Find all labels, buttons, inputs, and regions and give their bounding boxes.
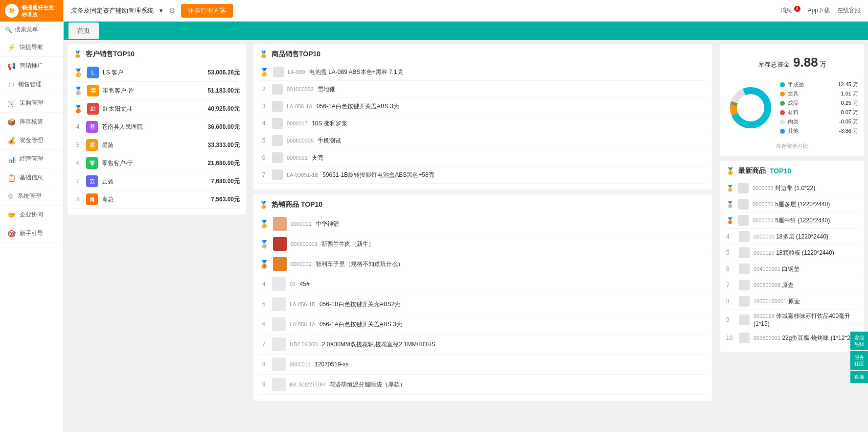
legend-row: 材料 0.07 万 bbox=[780, 108, 858, 117]
product-info: 0000017 10S 变利罗浆 bbox=[287, 120, 707, 128]
product-code: LA-59651-1B bbox=[287, 172, 319, 178]
product-code: 0000001 bbox=[291, 221, 312, 227]
product-code: 0000017 bbox=[287, 120, 308, 126]
sidebar-label-xinshou: 新手引导 bbox=[20, 229, 43, 238]
sidebar-item-caigou[interactable]: 🛒采购管理 bbox=[0, 94, 63, 113]
legend-row: 文具 1.01 万 bbox=[780, 89, 858, 98]
rank-medal: 🥇 bbox=[259, 219, 269, 229]
logo-icon: 好 bbox=[5, 4, 19, 18]
product-info: 10000100001 原壶 bbox=[754, 297, 858, 306]
content-area: 🏅 客户销售TOP10 🥇 L LS 客户 53,006.26元 🥈 零 零售客… bbox=[64, 40, 868, 432]
legend-row: 其他 -3.86 万 bbox=[780, 126, 858, 136]
product-code: 0000002 bbox=[291, 261, 312, 267]
rank-num: 7 bbox=[259, 341, 268, 348]
customer-amount: 40,925.00元 bbox=[208, 105, 240, 113]
product-thumb bbox=[273, 257, 287, 271]
product-info: 0000002 智利车子里（规格不知道填什么） bbox=[291, 260, 707, 268]
kefu-button[interactable]: 客服热线 bbox=[850, 332, 868, 350]
sidebar-search[interactable]: 🔍 搜索菜单 bbox=[0, 22, 63, 38]
sidebar-item-kucun[interactable]: 📦库存核算 bbox=[0, 113, 63, 131]
customer-row: 8 肖 肖总 7,563.00元 bbox=[73, 191, 240, 209]
sidebar-label-qiye: 企业协同 bbox=[20, 211, 43, 219]
trial-button[interactable]: 体验行业方案 bbox=[181, 4, 233, 18]
product-name: 5厘中纤 (1220*2440) bbox=[775, 217, 830, 224]
product-info: KK-SD22110H 花语萌恒温分腿睡袋（厚款） bbox=[290, 381, 707, 389]
product-thumb bbox=[738, 183, 749, 193]
sidebar-item-xitong[interactable]: ⚙系统管理 bbox=[0, 187, 63, 206]
notification-area[interactable]: 消息 6 bbox=[780, 6, 800, 15]
zhibo-button[interactable]: 直播 bbox=[850, 371, 868, 383]
selling-medal-icon: 🏅 bbox=[259, 50, 268, 58]
xitong-icon: ⚙ bbox=[7, 192, 14, 200]
rank-num: 8 bbox=[259, 361, 268, 368]
hot-product-row: 7 NB2.0X30B 2.0X30MM双搓花轴,搓花直径2.1MM/ROHS bbox=[259, 335, 707, 355]
selling-row: 🥇 LA-089 电池盖 LA-089 ABS本色+黑种 7.1克 bbox=[259, 64, 707, 81]
product-code: 0000032 bbox=[753, 201, 774, 207]
product-code: 10000100001 bbox=[754, 298, 786, 304]
newest-product-row: 10 003800001 22g鱼豆腐-烧烤味 (1*12*20) bbox=[726, 330, 858, 346]
product-info: 000800008 原查 bbox=[754, 281, 858, 289]
customer-avatar: 零 bbox=[86, 157, 98, 169]
rank-num: 4 bbox=[259, 120, 268, 127]
hot-product-row: 9 KK-SD22110H 花语萌恒温分腿睡袋（厚款） bbox=[259, 375, 707, 395]
product-code: LA-056-1A bbox=[287, 103, 313, 109]
rank-num: 7 bbox=[726, 282, 735, 288]
product-code: 003800001 bbox=[754, 335, 780, 341]
gear-icon[interactable]: ⚙ bbox=[169, 6, 175, 15]
legend-value: -3.86 万 bbox=[839, 127, 858, 135]
selling-row: 5 000800005 手机测试 bbox=[259, 132, 707, 149]
sidebar-item-kuaijie[interactable]: ⚡快捷导航 bbox=[0, 38, 63, 57]
system-title: 装备及固定资产辅助管理系统 bbox=[71, 6, 154, 15]
inventory-card: 库存总资金 9.88 万 bbox=[720, 44, 864, 156]
customer-amount: 53,006.26元 bbox=[208, 69, 240, 77]
yingxiao-icon: 📢 bbox=[7, 62, 16, 70]
newest-product-row: 8 10000100001 原壶 bbox=[726, 293, 858, 310]
rank-num: 6 bbox=[259, 321, 268, 328]
product-info: 0000001 中华神箭 bbox=[291, 220, 707, 228]
nav-tabs: 首页 bbox=[64, 22, 868, 40]
notif-badge: 6 bbox=[794, 6, 800, 12]
customer-avatar: 肖 bbox=[86, 193, 98, 205]
hot-products-card: 🏅 热销商品 TOP10 🥇 0000001 中华神箭 🥈 000500001 … bbox=[253, 194, 712, 401]
sidebar-item-xinshou[interactable]: 🎯新手引导 bbox=[0, 224, 63, 243]
sidebar-item-jingying[interactable]: 📊经营管理 bbox=[0, 150, 63, 168]
customer-avatar: 云 bbox=[86, 175, 98, 187]
product-thumb bbox=[739, 333, 750, 343]
sidebar-item-xiaoshou[interactable]: 🏷销售管理 bbox=[0, 75, 63, 94]
inventory-subtitle: 库存资金占比 bbox=[726, 143, 858, 150]
rank-num: 8 bbox=[73, 196, 82, 203]
sidebar-item-zijin[interactable]: 💰资金管理 bbox=[0, 131, 63, 150]
legend-dot bbox=[780, 101, 785, 106]
legend-row: 半成品 12.45 万 bbox=[780, 80, 858, 89]
selling-row: 6 0000021 夹壳 bbox=[259, 149, 707, 167]
tab-home[interactable]: 首页 bbox=[69, 23, 99, 39]
online-service-link[interactable]: 在线客服 bbox=[837, 6, 861, 15]
sidebar-label-caigou: 采购管理 bbox=[20, 99, 43, 107]
product-info: 0000028 体城嘉枝味苏打饮品400毫升 (1*15) bbox=[754, 312, 858, 327]
product-img bbox=[272, 135, 283, 146]
product-info: 0000030 18多层 (1220*2440) bbox=[754, 233, 858, 241]
dropdown-arrow-icon[interactable]: ▾ bbox=[160, 7, 163, 14]
legend-value: 0.07 万 bbox=[841, 109, 858, 116]
product-name: 18多层 (1220*2440) bbox=[776, 233, 828, 240]
product-thumb bbox=[272, 358, 286, 371]
sidebar-item-yingxiao[interactable]: 📢营销推广 bbox=[0, 57, 63, 75]
product-name: 原壶 bbox=[788, 298, 800, 305]
fuwu-button[interactable]: 服务社区 bbox=[850, 351, 868, 370]
sidebar-item-jichu[interactable]: 📋基础信息 bbox=[0, 168, 63, 187]
newest-product-row: 6 004100001 白钢垫 bbox=[726, 261, 858, 277]
product-info: LA-056-1A 056-1A白色按键开关盖ABS 3壳 bbox=[290, 320, 707, 329]
customer-row: 7 云 云扬 7,680.00元 bbox=[73, 172, 240, 191]
topbar-right: 消息 6 App下载 在线客服 bbox=[780, 6, 861, 15]
product-name: 2.0X30MM双搓花轴,搓花直径2.1MM/ROHS bbox=[322, 341, 435, 348]
sidebar-label-jingying: 经营管理 bbox=[20, 155, 43, 163]
product-name: 中华神箭 bbox=[316, 220, 339, 227]
product-info: LA-056-1A 056-1A白色按键开关盖ABS 3壳 bbox=[287, 102, 707, 111]
product-name: 新西兰牛肉（新牛） bbox=[321, 240, 374, 247]
sidebar-item-qiye[interactable]: 🤝企业协同 bbox=[0, 206, 63, 224]
hot-products-title: 🏅 热销商品 TOP10 bbox=[259, 200, 707, 209]
customer-amount: 7,680.00元 bbox=[211, 177, 240, 186]
product-name: 59651-1B旋转投影灯电池盒ABS黑色+58壳 bbox=[322, 171, 434, 178]
app-download-link[interactable]: App下载 bbox=[808, 6, 830, 15]
main-area: 装备及固定资产辅助管理系统 ▾ ⚙ 体验行业方案 消息 6 App下载 在线客服… bbox=[64, 0, 868, 432]
